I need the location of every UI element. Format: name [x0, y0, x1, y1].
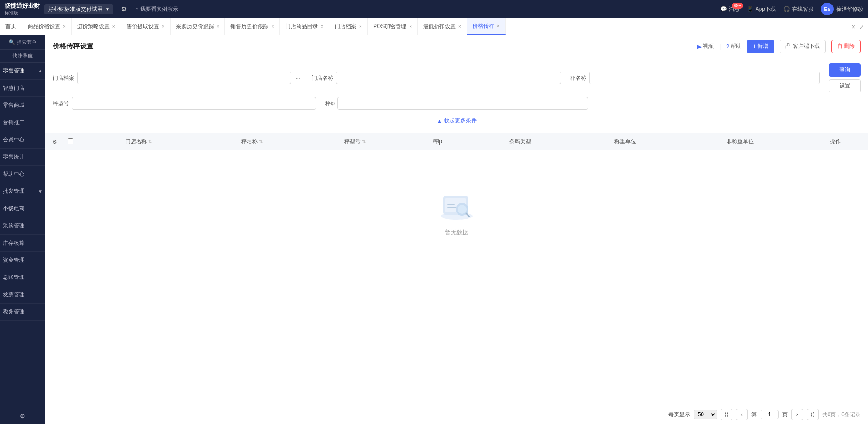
tab-sale-history-label: 销售历史价跟踪	[230, 23, 268, 30]
close-icon[interactable]: ×	[409, 24, 412, 29]
sidebar-item-purchase-mgmt[interactable]: 采购管理	[0, 217, 45, 235]
store-name-input[interactable]	[336, 72, 561, 84]
tab-min-discount[interactable]: 最低折扣设置 ×	[418, 18, 467, 35]
sidebar-item-retail-mall[interactable]: 零售商城	[0, 97, 45, 114]
header-actions: ▶ 视频 | ? 帮助 + 新增 凸 客户端下载 自 删除	[697, 40, 861, 53]
top-right-actions: 💬 消息 99+ 📱 App下载 🎧 在线客服 Ea 徐泽华修改	[720, 3, 863, 15]
sidebar-item-wholesale-mgmt[interactable]: 批发管理 ▼	[0, 183, 45, 200]
page-size-select[interactable]: 10 20 50 100	[694, 410, 717, 419]
online-service-button[interactable]: 🎧 在线客服	[783, 5, 814, 13]
sidebar-item-smart-store[interactable]: 智慧门店	[0, 80, 45, 97]
sidebar-settings[interactable]: ⚙	[0, 408, 45, 424]
next-page-button[interactable]: ›	[791, 409, 803, 420]
app-download-label: App下载	[756, 5, 776, 13]
th-scale-name-label: 秤名称	[241, 138, 258, 145]
filter-row-2: 秤型号 秤ip	[53, 97, 861, 110]
version-dropdown[interactable]: 好业财标准版交付试用 ▼	[44, 4, 113, 14]
close-all-icon[interactable]: ×	[852, 23, 855, 30]
tab-goods-price[interactable]: 商品价格设置 ×	[22, 18, 72, 35]
sidebar-label-wholesale-mgmt: 批发管理	[3, 188, 24, 195]
sidebar-item-marketing[interactable]: 营销推广	[0, 114, 45, 131]
tab-home[interactable]: 首页	[0, 18, 22, 35]
tab-pos-mgmt-label: POS加密管理	[373, 23, 406, 30]
add-button[interactable]: + 新增	[747, 40, 774, 53]
expand-icon: ▼	[38, 189, 43, 194]
sidebar-label-tax: 税务管理	[3, 308, 24, 316]
sidebar-item-retail-stats[interactable]: 零售统计	[0, 149, 45, 166]
close-icon[interactable]: ×	[217, 24, 219, 29]
settings-button[interactable]: ⚙	[118, 3, 131, 15]
sidebar-item-small-ecom[interactable]: 小畅电商	[0, 200, 45, 217]
sidebar-label-small-ecom: 小畅电商	[3, 205, 24, 212]
tab-sale-history[interactable]: 销售历史价跟踪 ×	[225, 18, 280, 35]
tab-purchase-history[interactable]: 采购历史价跟踪 ×	[171, 18, 225, 35]
store-file-input[interactable]	[77, 72, 291, 84]
message-button[interactable]: 💬 消息 99+	[720, 5, 740, 13]
tab-price-transfer[interactable]: 价格传秤 ×	[467, 18, 506, 35]
total-info: 共0页，0条记录	[822, 411, 861, 419]
filter-settings-button[interactable]: 设置	[829, 79, 861, 92]
close-icon[interactable]: ×	[63, 24, 66, 29]
demo-link[interactable]: 我要看实例演示	[135, 5, 178, 13]
user-name: 徐泽华修改	[836, 5, 863, 13]
help-link[interactable]: ? 帮助	[726, 43, 741, 50]
sidebar-item-tax[interactable]: 税务管理	[0, 304, 45, 321]
th-scale-name[interactable]: 秤名称 ⇅	[200, 133, 303, 150]
app-download-button[interactable]: 📱 App下载	[747, 5, 776, 13]
logo-main: 畅捷通好业财	[5, 2, 40, 10]
close-icon[interactable]: ×	[497, 24, 500, 29]
last-page-button[interactable]: ⟩⟩	[807, 409, 819, 420]
sort-icon: ⇅	[148, 139, 152, 144]
collapse-button[interactable]: ▲ 收起更多条件	[434, 114, 479, 127]
sidebar-search[interactable]: 🔍 搜索菜单	[0, 35, 45, 50]
tab-purchase-history-label: 采购历史价跟踪	[176, 23, 214, 30]
sidebar-item-member[interactable]: 会员中心	[0, 131, 45, 149]
tab-store-file[interactable]: 门店档案 ×	[329, 18, 368, 35]
avatar: Ea	[821, 3, 834, 15]
sidebar-item-help-center[interactable]: 帮助中心	[0, 166, 45, 183]
sidebar-item-finance[interactable]: 资金管理	[0, 252, 45, 269]
close-icon[interactable]: ×	[321, 24, 323, 29]
sidebar-item-inventory[interactable]: 库存核算	[0, 235, 45, 252]
first-page-button[interactable]: ⟨⟨	[721, 409, 732, 420]
sidebar-quick-nav[interactable]: 快捷导航	[0, 50, 45, 63]
expand-tabs-icon[interactable]: ⤢	[859, 23, 864, 30]
sidebar-item-general-ledger[interactable]: 总账管理	[0, 269, 45, 286]
scale-name-input[interactable]	[589, 72, 820, 84]
delete-button[interactable]: 自 删除	[831, 40, 861, 53]
close-icon[interactable]: ×	[458, 24, 461, 29]
close-icon[interactable]: ×	[359, 24, 362, 29]
tab-purchase-strategy[interactable]: 进价策略设置 ×	[72, 18, 121, 35]
tab-pos-mgmt[interactable]: POS加密管理 ×	[368, 18, 418, 35]
th-scale-ip: 秤ip	[407, 133, 468, 150]
th-store-name[interactable]: 门店名称 ⇅	[77, 133, 200, 150]
sidebar-item-invoice[interactable]: 发票管理	[0, 286, 45, 304]
close-icon[interactable]: ×	[162, 24, 165, 29]
user-profile[interactable]: Ea 徐泽华修改	[821, 3, 863, 15]
th-settings[interactable]: ⚙	[45, 133, 63, 150]
svg-point-4	[458, 205, 467, 214]
sidebar-quick-nav-label: 快捷导航	[13, 53, 33, 58]
sidebar-label-purchase-mgmt: 采购管理	[3, 222, 24, 230]
prev-page-button[interactable]: ‹	[736, 409, 748, 420]
tab-store-catalog[interactable]: 门店商品目录 ×	[280, 18, 329, 35]
scale-ip-input[interactable]	[337, 97, 588, 110]
tab-home-label: 首页	[5, 23, 16, 30]
current-page-input[interactable]	[761, 410, 779, 419]
select-all-checkbox[interactable]	[68, 138, 73, 144]
download-button[interactable]: 凸 客户端下载	[780, 40, 825, 53]
store-file-label: 门店档案	[53, 74, 74, 82]
tab-sale-price[interactable]: 售价提取设置 ×	[121, 18, 171, 35]
filter-row-1: 门店档案 ··· 门店名称 秤名称 查询 设置	[53, 63, 861, 92]
query-button[interactable]: 查询	[829, 63, 861, 77]
scale-model-input[interactable]	[72, 97, 316, 110]
store-file-dots[interactable]: ···	[294, 75, 302, 82]
video-link[interactable]: ▶ 视频	[697, 43, 714, 50]
sidebar-item-retail-mgmt[interactable]: 零售管理 ▲	[0, 63, 45, 80]
close-icon[interactable]: ×	[271, 24, 274, 29]
dropdown-label: 好业财标准版交付试用	[48, 5, 102, 13]
th-scale-model[interactable]: 秤型号 ⇅	[303, 133, 407, 150]
video-label: 视频	[703, 43, 714, 50]
close-icon[interactable]: ×	[112, 24, 115, 29]
page-size-label: 每页显示	[668, 411, 690, 419]
